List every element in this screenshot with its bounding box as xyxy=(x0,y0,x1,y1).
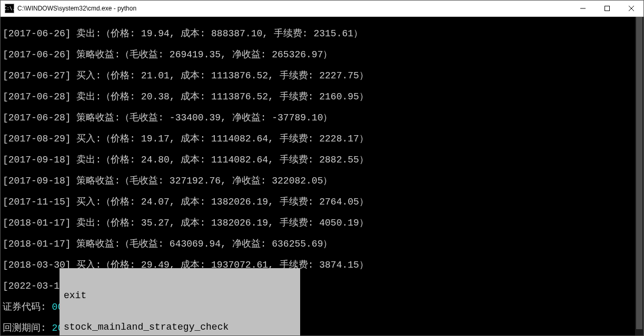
cmd-window: C:\. C:\WINDOWS\system32\cmd.exe - pytho… xyxy=(0,0,644,336)
scrollbar-thumb[interactable] xyxy=(636,17,642,329)
terminal-area[interactable]: [2017-06-26] 卖出:（价格: 19.94, 成本: 888387.1… xyxy=(1,17,643,335)
log-line: [2017-09-18] 策略收益:（毛收益: 327192.76, 净收益: … xyxy=(3,176,641,186)
log-line: [2017-06-28] 策略收益:（毛收益: -33400.39, 净收益: … xyxy=(3,113,641,123)
titlebar[interactable]: C:\. C:\WINDOWS\system32\cmd.exe - pytho… xyxy=(1,1,643,17)
log-line: [2018-01-17] 卖出:（价格: 35.27, 成本: 1382026.… xyxy=(3,218,641,228)
log-line: [2017-06-26] 卖出:（价格: 19.94, 成本: 888387.1… xyxy=(3,28,641,39)
log-line: [2017-06-27] 买入:（价格: 21.01, 成本: 1113876.… xyxy=(3,70,641,81)
terminal-scrollbar[interactable] xyxy=(635,17,643,335)
log-line: [2017-11-15] 买入:（价格: 24.07, 成本: 1382026.… xyxy=(3,197,641,207)
log-line: [2018-01-17] 策略收益:（毛收益: 643069.94, 净收益: … xyxy=(3,239,641,249)
minimize-button[interactable] xyxy=(571,1,595,16)
window-title: C:\WINDOWS\system32\cmd.exe - python xyxy=(17,5,136,12)
autocomplete-item[interactable]: stock_mainland_strategy_check xyxy=(64,322,296,332)
close-button[interactable] xyxy=(619,1,643,16)
minimize-icon xyxy=(580,6,586,11)
log-line: [2017-09-18] 卖出:（价格: 24.80, 成本: 1114082.… xyxy=(3,155,641,165)
log-line: [2017-06-28] 卖出:（价格: 20.38, 成本: 1113876.… xyxy=(3,91,641,102)
autocomplete-item[interactable]: exit xyxy=(64,290,296,301)
autocomplete-popup[interactable]: exit stock_mainland_strategy_check stock… xyxy=(60,268,300,335)
close-icon xyxy=(629,6,634,11)
log-line: [2017-06-26] 策略收益:（毛收益: 269419.35, 净收益: … xyxy=(3,49,641,60)
maximize-icon xyxy=(605,6,610,11)
maximize-button[interactable] xyxy=(595,1,619,16)
svg-rect-1 xyxy=(605,6,610,11)
log-line: [2017-08-29] 买入:（价格: 19.17, 成本: 1114082.… xyxy=(3,134,641,144)
cmd-icon: C:\. xyxy=(5,4,14,13)
